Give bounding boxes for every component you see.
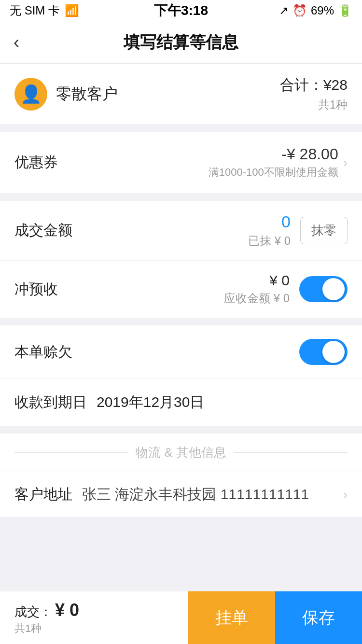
deal-right: 0 已抹 ¥ 0 抹零: [248, 212, 348, 249]
deal-sub: 已抹 ¥ 0: [248, 233, 291, 249]
prepay-right: ¥ 0 应收金额 ¥ 0: [224, 272, 348, 306]
coupon-section[interactable]: 优惠券 -¥ 28.00 满1000-100不限制使用金额 ›: [0, 132, 362, 193]
prepay-label: 冲预收: [14, 280, 58, 299]
status-bar-left: 无 SIM 卡 📶: [10, 3, 79, 18]
deal-value-block: 0 已抹 ¥ 0: [248, 212, 291, 249]
page-title: 填写结算等信息: [124, 31, 238, 54]
deal-row: 成交金额 0 已抹 ¥ 0 抹零: [0, 201, 362, 261]
bottom-summary: 成交： ¥ 0 共1种: [0, 600, 188, 636]
status-bar-right: ↗ ⏰ 69% 🔋: [279, 4, 352, 17]
bottom-deal-row: 成交： ¥ 0: [14, 600, 174, 620]
customer-name: 零散客户: [56, 84, 118, 105]
prepay-toggle[interactable]: [299, 276, 348, 302]
prepay-row: 冲预收 ¥ 0 应收金额 ¥ 0: [0, 261, 362, 318]
customer-right: 合计：¥28 共1种: [280, 75, 348, 112]
address-chevron-icon: ›: [343, 487, 348, 503]
avatar: 👤: [14, 78, 47, 111]
status-bar: 无 SIM 卡 📶 下午3:18 ↗ ⏰ 69% 🔋: [0, 0, 362, 21]
customer-count: 共1种: [280, 97, 348, 112]
coupon-label: 优惠券: [14, 153, 58, 172]
coupon-value-block: -¥ 28.00 满1000-100不限制使用金额: [209, 145, 338, 180]
prepay-sub: 应收金额 ¥ 0: [224, 291, 290, 306]
avatar-icon: 👤: [20, 84, 42, 104]
nav-bar: ‹ 填写结算等信息: [0, 21, 362, 64]
round-btn[interactable]: 抹零: [300, 217, 348, 244]
due-value: 2019年12月30日: [97, 392, 204, 412]
divider-line-left: [14, 452, 128, 453]
no-sim-text: 无 SIM 卡: [10, 3, 60, 18]
bottom-deal-value: ¥ 0: [55, 600, 79, 620]
logistics-section: 物流 & 其他信息 客户地址 张三 海淀永丰科技园 11111111111 ›: [0, 434, 362, 517]
due-label: 收款到期日: [14, 392, 87, 412]
hang-button[interactable]: 挂单: [188, 591, 275, 644]
debt-toggle[interactable]: [299, 339, 348, 365]
bottom-count: 共1种: [14, 621, 174, 636]
content: 👤 零散客户 合计：¥28 共1种 优惠券 -¥ 28.00 满1000-100…: [0, 64, 362, 644]
battery-icon: 🔋: [338, 4, 352, 17]
deal-label: 成交金额: [14, 221, 72, 240]
battery-text: 69%: [311, 4, 334, 17]
prepay-value-block: ¥ 0 应收金额 ¥ 0: [224, 272, 290, 306]
divider-line-right: [234, 452, 348, 453]
due-row: 收款到期日 2019年12月30日: [0, 379, 362, 426]
save-button[interactable]: 保存: [275, 591, 362, 644]
address-row[interactable]: 客户地址 张三 海淀永丰科技园 11111111111 ›: [0, 472, 362, 517]
logistics-divider-text: 物流 & 其他信息: [136, 444, 226, 461]
address-value: 张三 海淀永丰科技园 11111111111: [82, 485, 338, 504]
debt-row: 本单赊欠: [0, 325, 362, 379]
alarm-icon: ⏰: [292, 4, 307, 17]
customer-section: 👤 零散客户 合计：¥28 共1种: [0, 64, 362, 124]
back-button[interactable]: ‹: [14, 32, 19, 53]
bottom-deal-label: 成交：: [14, 603, 52, 620]
status-bar-time: 下午3:18: [154, 1, 208, 20]
coupon-chevron-icon: ›: [343, 155, 348, 170]
customer-total: 合计：¥28: [280, 75, 348, 95]
coupon-desc: 满1000-100不限制使用金额: [209, 165, 338, 180]
bottom-bar: 成交： ¥ 0 共1种 挂单 保存: [0, 591, 362, 644]
wifi-icon: 📶: [65, 4, 79, 17]
prepay-value: ¥ 0: [224, 272, 290, 289]
customer-left: 👤 零散客户: [14, 78, 118, 111]
logistics-divider: 物流 & 其他信息: [0, 434, 362, 472]
debt-section: 本单赊欠 收款到期日 2019年12月30日: [0, 325, 362, 426]
debt-label: 本单赊欠: [14, 342, 72, 362]
deal-section: 成交金额 0 已抹 ¥ 0 抹零 冲预收 ¥ 0 应收金额 ¥ 0: [0, 201, 362, 318]
coupon-right: -¥ 28.00 满1000-100不限制使用金额 ›: [209, 145, 348, 180]
deal-value: 0: [248, 212, 291, 231]
location-icon: ↗: [279, 4, 289, 17]
coupon-amount: -¥ 28.00: [209, 145, 338, 163]
address-label: 客户地址: [14, 485, 72, 504]
